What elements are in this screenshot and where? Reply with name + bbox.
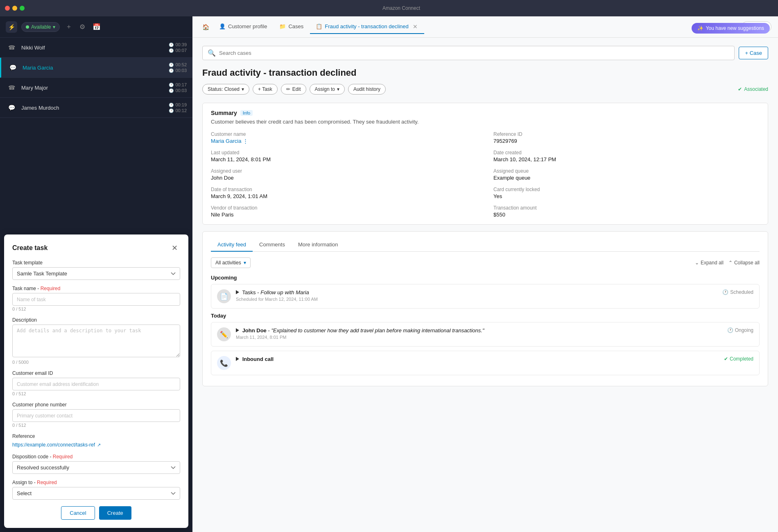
status-label: Available — [31, 24, 51, 30]
home-tab[interactable]: 🏠 — [199, 20, 213, 34]
tab-cases[interactable]: 📁 Cases — [274, 20, 309, 34]
activity-time: March 11, 2024, 8:01 PM — [236, 335, 722, 340]
summary-field-card-locked: Card currently locked Yes — [493, 187, 760, 199]
expand-down-icon: ⌄ — [695, 260, 699, 266]
contact-times: 🕐00:39 🕑00:07 — [169, 42, 187, 53]
tab-comments[interactable]: Comments — [253, 238, 292, 252]
filter-chevron: ▾ — [244, 260, 246, 266]
edit-icon: ✏ — [286, 86, 290, 92]
create-button[interactable]: Create — [99, 506, 131, 520]
edit-label: Edit — [292, 86, 301, 92]
assign-to-button[interactable]: Assign to ▾ — [310, 84, 345, 95]
summary-field-reference-id: Reference ID 79529769 — [493, 131, 760, 144]
contact-icon: 💬 — [6, 102, 17, 113]
activity-title: John Doe - "Explained to customer how th… — [236, 327, 722, 334]
reference-group: Reference https://example.com/connect/ta… — [12, 433, 180, 448]
minimize-traffic-light[interactable] — [12, 6, 17, 11]
contact-item[interactable]: 💬 James Murdoch 🕐00:19 🕑00:12 — [0, 98, 192, 118]
description-char-count: 0 / 5000 — [12, 360, 180, 365]
status-button[interactable]: Status: Closed ▾ — [202, 84, 249, 95]
external-link-icon: ↗ — [97, 442, 101, 447]
contact-item[interactable]: ☎ Nikki Wolf 🕐00:39 🕑00:07 — [0, 38, 192, 58]
search-bar-wrapper: 🔍 + Case — [202, 46, 768, 60]
suggestions-button[interactable]: ✨ You have new suggestions — [692, 23, 770, 34]
summary-field-date-transaction: Date of transaction March 9, 2024, 1:01 … — [211, 187, 477, 199]
summary-grid: Customer name Maria Garcia ⋮ Reference I… — [211, 131, 760, 218]
add-button[interactable]: ＋ — [64, 21, 74, 33]
panel-close-button[interactable]: ✕ — [169, 243, 180, 253]
expand-all-button[interactable]: ⌄ Expand all — [695, 260, 724, 266]
phone-char-count: 0 / 512 — [12, 423, 180, 428]
window-title: Amazon Connect — [29, 5, 773, 11]
activity-filter-dropdown[interactable]: All activities ▾ — [211, 257, 251, 268]
tab-activity-feed[interactable]: Activity feed — [211, 238, 253, 252]
activity-controls: All activities ▾ ⌄ Expand all ⌃ Collapse… — [211, 257, 760, 268]
phone-input[interactable] — [12, 409, 180, 422]
description-label: Description — [12, 317, 180, 323]
status-chevron: ▾ — [53, 24, 55, 30]
contact-icon: ☎ — [6, 42, 17, 53]
activity-item: 📞 Inbound call ✔ Completed — [211, 351, 760, 375]
task-template-label: Task template — [12, 260, 180, 266]
activity-status: 🕐 Ongoing — [727, 327, 753, 333]
fullscreen-traffic-light[interactable] — [20, 6, 25, 11]
sidebar-topbar: ⚡ Available ▾ ＋ ⚙ 📅 — [0, 16, 192, 38]
summary-title: Summary — [211, 110, 237, 116]
edit-button[interactable]: ✏ Edit — [281, 84, 306, 95]
tab-customer-profile[interactable]: 👤 Customer profile — [213, 20, 273, 34]
status-indicator — [26, 25, 29, 29]
app-logo: ⚡ — [6, 21, 17, 33]
task-name-input[interactable] — [12, 293, 180, 306]
contact-item-active[interactable]: 💬 Maria Garcia 🕐00:52 🕑00:03 — [0, 58, 192, 78]
expand-collapse-controls: ⌄ Expand all ⌃ Collapse all — [695, 260, 760, 266]
description-textarea[interactable] — [12, 325, 180, 357]
suggestions-label: You have new suggestions — [706, 25, 764, 31]
tab-close-button[interactable]: ✕ — [412, 23, 418, 30]
titlebar: Amazon Connect — [0, 0, 778, 16]
scheduled-icon: 🕐 — [722, 289, 728, 295]
collapse-all-button[interactable]: ⌃ Collapse all — [728, 260, 760, 266]
assign-label: Assign to - Required — [12, 480, 180, 485]
email-char-count: 0 / 512 — [12, 391, 180, 396]
search-icon: 🔍 — [208, 49, 216, 57]
disposition-group: Disposition code - Required Resolved suc… — [12, 454, 180, 474]
audit-history-button[interactable]: Audit history — [348, 84, 386, 95]
summary-field-vendor: Vendor of transaction Nile Paris — [211, 205, 477, 218]
tab-more-information[interactable]: More information — [292, 238, 345, 252]
cancel-button[interactable]: Cancel — [61, 506, 95, 520]
contact-name: James Murdoch — [21, 105, 165, 111]
info-badge: Info — [240, 110, 253, 116]
task-template-select[interactable]: Samle Task Template — [12, 267, 180, 280]
search-input[interactable] — [219, 50, 729, 56]
activity-status: 🕐 Scheduled — [722, 289, 753, 295]
fraud-activity-icon: 📋 — [316, 23, 322, 29]
calendar-button[interactable]: 📅 — [91, 21, 102, 32]
more-icon: ⋮ — [243, 138, 248, 144]
case-content: 🔍 + Case Fraud activity - transaction de… — [192, 38, 778, 532]
close-traffic-light[interactable] — [5, 6, 10, 11]
disposition-select[interactable]: Resolved successfully — [12, 461, 180, 474]
reference-link[interactable]: https://example.com/connect/tasks-ref — [12, 442, 95, 448]
phone-group: Customer phone number 0 / 512 — [12, 402, 180, 428]
status-button[interactable]: Available ▾ — [21, 22, 60, 32]
task-button[interactable]: + Task — [253, 84, 278, 95]
customer-name-link[interactable]: Maria Garcia ⋮ — [211, 138, 477, 144]
task-name-label: Task name - Required — [12, 286, 180, 291]
tab-fraud-activity[interactable]: 📋 Fraud activity - transaction declined … — [310, 20, 424, 34]
main-topbar: 🏠 👤 Customer profile 📁 Cases 📋 Fraud act… — [192, 16, 778, 38]
cases-icon: 📁 — [279, 23, 286, 29]
contact-name: Nikki Wolf — [21, 45, 165, 51]
contact-list: ☎ Nikki Wolf 🕐00:39 🕑00:07 💬 Maria Garci… — [0, 38, 192, 230]
contact-item[interactable]: ☎ Mary Major 🕐00:17 🕑00:03 — [0, 78, 192, 98]
activity-item: ✏️ John Doe - "Explained to customer how… — [211, 322, 760, 347]
cases-label: Cases — [288, 23, 303, 29]
check-icon: ✔ — [738, 86, 742, 92]
new-case-button[interactable]: + Case — [739, 47, 768, 59]
summary-header: Summary Info — [211, 110, 760, 116]
settings-button[interactable]: ⚙ — [78, 21, 87, 32]
assign-to-label: Assign to — [315, 86, 335, 92]
assign-select[interactable]: Select — [12, 487, 180, 500]
activity-title: Tasks - Follow up with Maria — [236, 289, 717, 295]
activity-body: John Doe - "Explained to customer how th… — [236, 327, 722, 340]
email-input[interactable] — [12, 378, 180, 390]
